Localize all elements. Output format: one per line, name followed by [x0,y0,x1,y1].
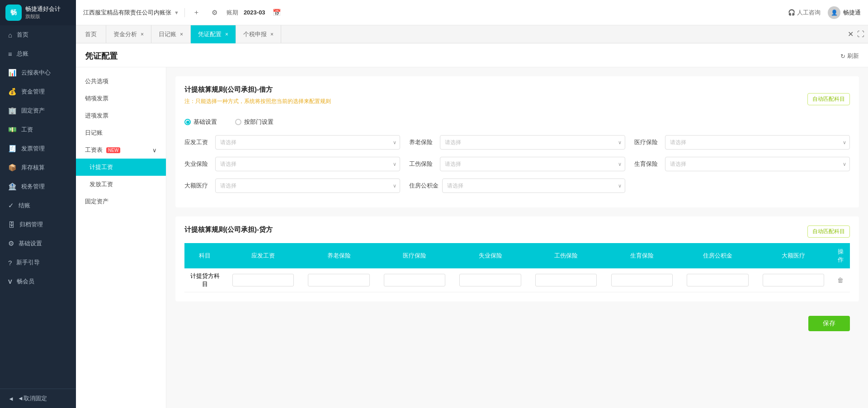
tab-voucher[interactable]: 凭证配置 × [191,25,236,43]
sidebar-item-assets[interactable]: 🏢 固定资产 [0,101,76,120]
radio-basic[interactable]: 基础设置 [184,118,217,126]
row-housing-input[interactable] [687,274,748,286]
row-big-medical-cell [755,268,831,292]
logo-area: 畅 畅捷通好会计 旗舰版 [0,0,76,25]
cancel-pin-button[interactable]: ◄ ◄取消固定 [0,389,76,408]
row-subject-label: 计提贷方科目 [184,268,225,292]
sidebar-item-checkout[interactable]: ✓ 结账 [0,196,76,215]
sidebar-item-home[interactable]: ⌂ 首页 [0,25,76,44]
tab-journal[interactable]: 日记账 × [151,25,191,43]
sidebar-item-inventory[interactable]: 📦 库存核算 [0,158,76,177]
col-unemploy: 失业保险 [453,243,528,268]
col-housing: 住房公积金 [680,243,756,268]
row-pension-input[interactable] [308,274,369,286]
injury-select[interactable]: 请选择 [440,157,625,171]
injury-select-wrapper: 请选择 [440,157,625,171]
sidebar-item-ledger[interactable]: ≡ 总账 [0,44,76,63]
row-gross-salary-cell [225,268,301,292]
fund-icon: 💰 [8,88,17,96]
left-nav-calc-salary[interactable]: 计提工资 [76,159,166,176]
support-button[interactable]: 🎧 人工咨询 [788,9,821,17]
medical-select-wrapper: 请选择 [665,135,850,150]
col-pension: 养老保险 [301,243,377,268]
row-gross-salary-input[interactable] [232,274,294,286]
left-nav-salary-table[interactable]: 工资表 NEW ∨ [76,141,166,159]
assets-icon: 🏢 [8,107,17,115]
left-nav-fixed-assets[interactable]: 固定资产 [76,193,166,210]
radio-dept[interactable]: 按部门设置 [235,118,274,126]
gross-salary-select[interactable]: 请选择 [215,135,400,150]
credit-auto-match-button[interactable]: 自动匹配科目 [807,225,850,238]
left-nav-public[interactable]: 公共选项 [76,73,166,90]
maximize-icon[interactable]: ⛶ [857,30,864,38]
add-company-button[interactable]: ＋ [190,6,203,19]
tab-tax[interactable]: 个税申报 × [236,25,281,43]
medical-select[interactable]: 请选择 [665,135,850,150]
table-row: 计提贷方科目 [184,268,850,292]
settings-icon-button[interactable]: ⚙ [208,6,221,19]
credit-section-header: 计提核算规则(公司承担)-贷方 自动匹配科目 [184,225,850,238]
settings-icon: ⚙ [8,239,14,248]
page-content: 凭证配置 ↻ 刷新 公共选项 销项发票 进项发票 日记账 [76,43,868,408]
tab-fund[interactable]: 资金分析 × [106,25,151,43]
row-big-medical-input[interactable] [763,274,824,286]
left-nav-purchase[interactable]: 进项发票 [76,107,166,124]
left-nav: 公共选项 销项发票 进项发票 日记账 工资表 NEW ∨ [76,67,166,408]
sidebar-item-member[interactable]: V 畅会员 [0,272,76,291]
new-badge: NEW [106,147,120,153]
row-injury-input[interactable] [535,274,597,286]
maternity-select-wrapper: 请选择 [665,157,850,171]
col-gross-salary: 应发工资 [225,243,301,268]
sidebar-item-archive[interactable]: 🗄 归档管理 [0,215,76,234]
tab-home[interactable]: 首页 [76,25,106,43]
expand-icon: ∨ [152,147,157,154]
credit-section-title: 计提核算规则(公司承担)-贷方 [184,225,273,234]
company-selector[interactable]: 江西服宝精品有限责任公司内账张 ▼ [83,9,179,17]
left-nav-sales[interactable]: 销项发票 [76,90,166,107]
maternity-select[interactable]: 请选择 [665,157,850,171]
tab-close-journal[interactable]: × [180,32,183,37]
left-nav-journal[interactable]: 日记账 [76,124,166,141]
radio-group: 基础设置 按部门设置 [184,118,850,126]
headphone-icon: 🎧 [788,9,795,16]
sidebar-item-fund[interactable]: 💰 资金管理 [0,82,76,101]
sidebar-item-guide[interactable]: ? 新手引导 [0,253,76,272]
tax-icon: 🏦 [8,183,17,191]
big-medical-select[interactable]: 请选择 [215,178,400,193]
tab-close-tax[interactable]: × [270,32,274,37]
row-medical-input[interactable] [384,274,445,286]
sidebar-item-salary[interactable]: 💵 工资 [0,120,76,139]
sidebar-item-tax[interactable]: 🏦 税务管理 [0,177,76,196]
close-all-tabs-icon[interactable]: ✕ [848,30,854,38]
tab-close-voucher[interactable]: × [225,32,228,37]
calendar-icon[interactable]: 📅 [271,6,283,19]
salary-icon: 💵 [8,126,17,134]
sidebar-item-settings[interactable]: ⚙ 基础设置 [0,234,76,253]
guide-icon: ? [8,259,12,267]
form-item-maternity: 生育保险 请选择 [634,157,850,171]
row-housing-cell [680,268,756,292]
user-info[interactable]: 👤 畅捷通 [828,6,861,19]
sidebar-item-invoice[interactable]: 🧾 发票管理 [0,139,76,158]
debit-auto-match-button[interactable]: 自动匹配科目 [807,93,850,105]
medical-label: 医疗保险 [634,138,661,146]
refresh-button[interactable]: ↻ 刷新 [840,52,859,60]
form-item-pension: 养老保险 请选择 [409,135,625,150]
row-unemploy-input[interactable] [459,274,521,286]
col-injury: 工伤保险 [528,243,604,268]
debit-section-note: 注：只能选择一种方式，系统将按照您当前的选择来配置规则 [184,98,331,105]
tabs-actions: ✕ ⛶ [848,30,868,38]
unemploy-select[interactable]: 请选择 [215,157,400,171]
topbar: 江西服宝精品有限责任公司内账张 ▼ ＋ ⚙ 账期 2023-03 📅 🎧 人工咨… [76,0,868,25]
save-button[interactable]: 保存 [808,316,850,331]
form-item-big-medical: 大额医疗 请选择 [184,178,400,193]
sidebar-item-reports[interactable]: 📊 云报表中心 [0,63,76,82]
tab-close-fund[interactable]: × [141,32,144,37]
housing-select[interactable]: 请选择 [442,178,625,193]
delete-row-icon[interactable]: 🗑 [837,277,844,284]
row-maternity-input[interactable] [611,274,673,286]
pension-select[interactable]: 请选择 [440,135,625,150]
topbar-divider-1 [184,8,185,17]
page-title: 凭证配置 [85,51,118,61]
left-nav-pay-salary[interactable]: 发放工资 [76,176,166,193]
